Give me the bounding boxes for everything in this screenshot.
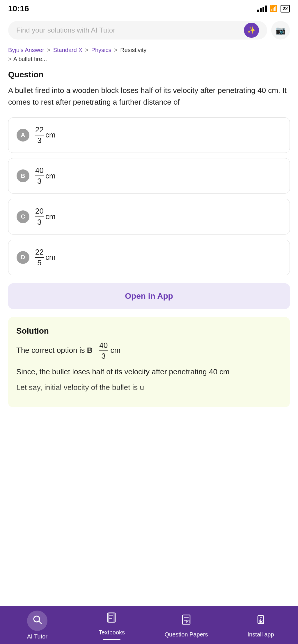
install-app-icon [256, 614, 266, 627]
option-b-fraction: 40 3 [35, 166, 44, 186]
breadcrumb-sep4: > [8, 56, 12, 62]
question-papers-icon [181, 614, 191, 627]
ai-search-icon: ✨ [247, 26, 256, 34]
signal-icon [257, 6, 267, 12]
breadcrumb-resistivity[interactable]: Resistivity [120, 47, 146, 53]
option-c[interactable]: C 20 3 cm [8, 199, 290, 234]
ai-tutor-icon [32, 615, 42, 627]
option-c-text: 20 3 cm [35, 207, 56, 226]
textbooks-icon-wrap [104, 611, 120, 627]
option-d[interactable]: D 22 5 cm [8, 240, 290, 275]
nav-ai-tutor[interactable]: AI Tutor [0, 611, 74, 640]
option-d-badge: D [17, 251, 29, 264]
option-d-text: 22 5 cm [35, 248, 56, 267]
option-b-text: 40 3 cm [35, 166, 56, 186]
breadcrumb: Byju's Answer > Standard X > Physics > R… [0, 44, 298, 56]
option-b-badge: B [17, 169, 29, 182]
question-label: Question [8, 70, 290, 79]
nav-question-papers-label: Question Papers [165, 631, 208, 638]
breadcrumb-standard[interactable]: Standard X [53, 47, 82, 53]
status-icons: 📶 22 [257, 5, 290, 12]
solution-explanation: Since, the bullet loses half of its velo… [16, 366, 282, 398]
option-d-fraction: 22 5 [35, 248, 44, 267]
ai-search-button[interactable]: ✨ [244, 23, 259, 38]
solution-fraction: 40 3 [99, 341, 108, 361]
battery-icon: 22 [281, 5, 290, 12]
option-a-denominator: 3 [37, 135, 41, 145]
nav-ai-tutor-label: AI Tutor [27, 633, 47, 640]
option-a-badge: A [17, 129, 29, 142]
solution-line1: The correct option is [16, 346, 87, 355]
svg-line-1 [39, 621, 41, 624]
option-c-badge: C [17, 210, 29, 223]
option-c-fraction: 20 3 [35, 207, 44, 226]
solution-line3: Let say, initial velocity of the bullet … [16, 382, 282, 394]
option-a-fraction: 22 3 [35, 125, 44, 145]
ai-tutor-icon-wrap [27, 611, 47, 631]
solution-section: Solution The correct option is B 40 3 cm… [8, 317, 290, 407]
nav-textbooks[interactable]: Textbooks [74, 611, 149, 640]
option-b-denominator: 3 [37, 176, 41, 186]
solution-frac-den: 3 [101, 351, 105, 361]
camera-button[interactable]: 📷 [271, 21, 290, 40]
status-bar: 10:16 📶 22 [0, 0, 298, 16]
solution-label: Solution [16, 326, 282, 336]
nav-install-app-label: Install app [247, 631, 274, 638]
breadcrumb-bullet[interactable]: A bullet fire... [13, 56, 47, 62]
open-app-container: Open in App [0, 275, 298, 317]
options-container: A 22 3 cm B 40 3 cm C [0, 117, 298, 276]
search-container: Find your solutions with AI Tutor ✨ 📷 [0, 16, 298, 44]
nav-textbooks-label: Textbooks [99, 629, 125, 636]
question-text: A bullet fired into a wooden block loses… [8, 85, 290, 108]
breadcrumb-physics[interactable]: Physics [91, 47, 111, 53]
option-c-numerator: 20 [35, 207, 44, 217]
open-app-label: Open in App [125, 291, 173, 300]
option-b-numerator: 40 [35, 166, 44, 176]
option-a-numerator: 22 [35, 125, 44, 135]
solution-correct-line: The correct option is B 40 3 cm [16, 341, 282, 361]
search-placeholder: Find your solutions with AI Tutor [16, 26, 240, 34]
breadcrumb-byjus[interactable]: Byju's Answer [8, 47, 44, 53]
nav-question-papers[interactable]: Question Papers [149, 613, 224, 638]
option-d-numerator: 22 [35, 248, 44, 258]
nav-install-app[interactable]: Install app [224, 613, 298, 638]
option-a[interactable]: A 22 3 cm [8, 117, 290, 153]
question-section: Question A bullet fired into a wooden bl… [0, 67, 298, 108]
status-time: 10:16 [8, 4, 29, 13]
option-c-denominator: 3 [37, 217, 41, 227]
question-papers-icon-wrap [178, 613, 194, 629]
textbooks-underline [103, 639, 120, 640]
camera-icon: 📷 [276, 26, 286, 35]
solution-option-b: B [87, 346, 93, 355]
bottom-nav: AI Tutor Textbooks [0, 606, 298, 644]
install-app-icon-wrap [253, 613, 269, 629]
search-bar[interactable]: Find your solutions with AI Tutor ✨ [8, 21, 267, 40]
textbooks-icon [107, 612, 117, 625]
breadcrumb-line2: > A bullet fire... [0, 56, 298, 67]
solution-text: The correct option is B 40 3 cm Since, t… [16, 341, 282, 398]
wifi-icon: 📶 [270, 5, 278, 12]
option-b[interactable]: B 40 3 cm [8, 158, 290, 194]
option-a-text: 22 3 cm [35, 125, 56, 145]
option-d-denominator: 5 [37, 258, 41, 267]
solution-unit: cm [110, 346, 120, 355]
solution-frac-num: 40 [99, 341, 108, 351]
breadcrumb-sep1: > [47, 47, 50, 53]
solution-line2: Since, the bullet loses half of its velo… [16, 366, 282, 378]
breadcrumb-sep3: > [114, 47, 118, 53]
breadcrumb-sep2: > [85, 47, 88, 53]
open-app-button[interactable]: Open in App [8, 283, 290, 309]
